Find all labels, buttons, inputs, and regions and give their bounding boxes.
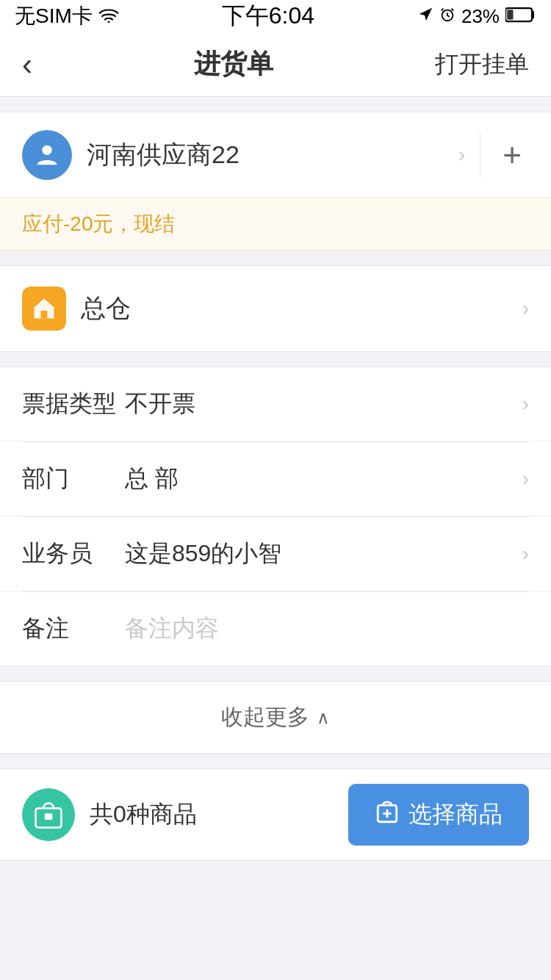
svg-point-0 [107, 21, 109, 23]
status-time: 下午6:04 [222, 0, 314, 32]
location-icon [417, 5, 433, 28]
salesperson-value: 这是859的小智 [125, 538, 522, 570]
invoice-type-value: 不开票 [125, 388, 522, 420]
select-product-button[interactable]: 选择商品 [348, 784, 529, 846]
svg-point-5 [42, 145, 51, 155]
supplier-row[interactable]: 河南供应商22 › + [0, 112, 551, 198]
department-label: 部门 [22, 463, 125, 495]
salesperson-row[interactable]: 业务员 这是859的小智 › [0, 517, 551, 591]
alert-text: 应付-20元，现结 [22, 212, 175, 235]
back-button[interactable]: ‹ [22, 49, 32, 80]
warehouse-icon [22, 287, 66, 331]
department-value: 总 部 [125, 463, 522, 495]
department-arrow-icon: › [522, 467, 529, 491]
status-right: 23% [417, 5, 536, 28]
supplier-avatar [22, 130, 72, 180]
invoice-type-row[interactable]: 票据类型 不开票 › [0, 367, 551, 442]
svg-marker-1 [419, 7, 432, 20]
open-hang-button[interactable]: 打开挂单 [435, 48, 529, 81]
note-label: 备注 [22, 613, 125, 645]
footer-area [0, 861, 551, 980]
invoice-type-label: 票据类型 [22, 388, 125, 420]
collapse-label: 收起更多 [221, 702, 309, 732]
gap-1 [0, 97, 551, 112]
wifi-icon [98, 4, 119, 28]
warehouse-arrow-icon: › [522, 297, 529, 320]
carrier-label: 无SIM卡 [15, 2, 93, 30]
collapse-icon: ∧ [317, 707, 330, 728]
svg-rect-8 [45, 813, 53, 820]
department-row[interactable]: 部门 总 部 › [0, 442, 551, 516]
gap-2 [0, 251, 551, 265]
nav-bar: ‹ 进货单 打开挂单 [0, 32, 551, 97]
note-row[interactable]: 备注 备注内容 [0, 592, 551, 666]
warehouse-name: 总仓 [81, 292, 522, 325]
supplier-arrow-icon: › [458, 143, 465, 167]
svg-rect-4 [507, 10, 513, 20]
note-input[interactable]: 备注内容 [125, 613, 529, 645]
form-section: 票据类型 不开票 › 部门 总 部 › 业务员 这是859的小智 › 备注 备注… [0, 367, 551, 666]
product-count: 共0种商品 [90, 799, 348, 831]
status-bar: 无SIM卡 下午6:04 23% [0, 0, 551, 32]
svg-rect-6 [41, 311, 48, 319]
salesperson-label: 业务员 [22, 538, 125, 570]
select-product-label: 选择商品 [408, 799, 503, 831]
add-supplier-button[interactable]: + [495, 137, 529, 173]
page-title: 进货单 [194, 46, 273, 82]
product-icon [22, 788, 75, 841]
product-bar: 共0种商品 选择商品 [0, 768, 551, 861]
battery-icon [505, 5, 536, 28]
content-area: 河南供应商22 › + 应付-20元，现结 总仓 › 票据类型 不开票 › [0, 97, 551, 980]
warehouse-row[interactable]: 总仓 › [0, 265, 551, 352]
status-left: 无SIM卡 [15, 2, 119, 30]
salesperson-arrow-icon: › [522, 542, 529, 566]
gap-4 [0, 666, 551, 681]
collapse-row[interactable]: 收起更多 ∧ [0, 681, 551, 754]
supplier-divider [480, 133, 480, 177]
alarm-icon [439, 5, 455, 28]
battery-label: 23% [461, 5, 500, 28]
supplier-name: 河南供应商22 [87, 138, 458, 172]
gap-3 [0, 352, 551, 367]
invoice-type-arrow-icon: › [522, 392, 529, 416]
select-product-icon [375, 800, 400, 830]
alert-banner: 应付-20元，现结 [0, 198, 551, 251]
